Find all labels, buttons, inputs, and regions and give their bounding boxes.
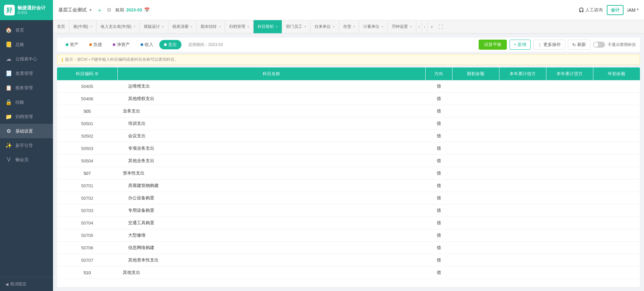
sidebar-item-icon: ⚙ (5, 128, 12, 134)
subtab-label-income: 收入 (145, 42, 153, 48)
app-title: 畅捷通好会计 (17, 5, 46, 11)
subtab-dot-asset (66, 43, 68, 46)
tab-label: 税表清册 (172, 24, 189, 30)
tab-收入支出表(年报)[interactable]: 收入支出表(年报)× (97, 20, 140, 33)
maximize-btn[interactable]: ⛶ (436, 20, 446, 33)
table-row[interactable]: 50502 会议支出 借 (57, 130, 640, 142)
cell-name: 专用设备购置 (117, 204, 425, 217)
tab-close-icon[interactable]: × (353, 25, 355, 29)
table-row[interactable]: 50503 专项业务支出 借 (57, 142, 640, 155)
calendar-icon[interactable]: 📅 (144, 7, 150, 12)
subtab-equity[interactable]: 净资产 (108, 40, 135, 49)
tab-close-icon[interactable]: × (133, 25, 136, 29)
subtab-label-expense: 支出 (168, 42, 177, 48)
tab-存货[interactable]: 存货× (339, 20, 360, 33)
tab-币种设置[interactable]: 币种设置× (388, 20, 416, 33)
table-row[interactable]: 50406 其他维权支出 借 (57, 93, 640, 105)
sidebar-item-畅会员[interactable]: V畅会员 (0, 153, 53, 167)
sidebar-item-云报表中心[interactable]: ☁云报表中心 (0, 52, 53, 66)
sidebar-item-label: 税务管理 (15, 85, 33, 91)
more-btn[interactable]: ⋮ 更多操作 (533, 40, 565, 50)
col-header-year: 年初余额 (593, 67, 640, 80)
subtab-liability[interactable]: 负债 (85, 40, 107, 49)
table-row[interactable]: 50703 专用设备购置 借 (57, 204, 640, 217)
refresh-btn[interactable]: ↻ 刷新 (568, 40, 590, 50)
tab-模版设计[interactable]: 模版设计× (140, 20, 168, 33)
account-btn[interactable]: 会计 (607, 5, 624, 15)
cell-bal (452, 155, 499, 167)
table-row[interactable]: 50405 运维维支出 借 (57, 80, 640, 93)
sidebar-item-总账[interactable]: 📒总账 (0, 37, 53, 52)
table-row[interactable]: 50706 信息网络购建 借 (57, 242, 640, 254)
tab-close-icon[interactable]: × (247, 25, 249, 29)
tab-close-icon[interactable]: × (333, 25, 335, 29)
subtab-income[interactable]: 收入 (136, 40, 158, 49)
subtab-expense[interactable]: 支出 (159, 40, 181, 49)
subtab-asset[interactable]: 资产 (61, 40, 83, 49)
tab-close-icon[interactable]: × (191, 25, 193, 29)
tab-账(中期)[interactable]: 账(中期)× (69, 20, 97, 33)
sidebar-item-基础设置[interactable]: ⚙基础设置 (0, 124, 53, 138)
sidebar-collapse-btn[interactable]: ◀ 取消固定 (0, 277, 53, 291)
tab-close-icon[interactable]: × (162, 25, 164, 29)
tab-税表清册[interactable]: 税表清册× (168, 20, 197, 33)
cell-deb (499, 80, 546, 93)
tab-科目期初[interactable]: 科目期初× (254, 20, 282, 33)
tab-计量单位[interactable]: 计量单位× (359, 20, 388, 33)
gear-icon[interactable]: ⚙ (95, 71, 99, 76)
sidebar-item-税务管理[interactable]: 📋税务管理 (0, 81, 53, 95)
sidebar-item-label: 新手引导 (15, 143, 33, 149)
tab-close-icon[interactable]: × (276, 25, 278, 29)
close-all-tabs-btn[interactable]: × (428, 20, 436, 33)
tab-期末结转[interactable]: 期末结转× (197, 20, 225, 33)
table-row[interactable]: 50705 大型修缮 借 (57, 229, 640, 242)
table-row[interactable]: 50501 培训支出 借 (57, 117, 640, 130)
sidebar-item-icon: 🧾 (5, 70, 12, 77)
cell-deb (499, 130, 546, 142)
tab-首页[interactable]: 首页 (53, 20, 69, 33)
app-subtitle: 标准版 (17, 10, 46, 15)
topbar-right: 🎧 人工咨询 会计 iAM * (579, 5, 639, 15)
table-row[interactable]: 50701 房屋建筑物购建 借 (57, 180, 640, 192)
tab-nav-right[interactable]: › (422, 20, 428, 33)
consult-btn[interactable]: 🎧 人工咨询 (579, 7, 603, 13)
cell-dir: 借 (425, 167, 452, 180)
settings-icon[interactable]: ⚙ (107, 7, 111, 13)
sidebar-item-结账[interactable]: 🔒结账 (0, 95, 53, 109)
tab-往来单位[interactable]: 往来单位× (311, 20, 339, 33)
add-tab-btn[interactable]: ＋ (97, 6, 103, 14)
calc-balance-btn[interactable]: 试算平衡 (479, 40, 507, 50)
cell-dir: 借 (425, 105, 452, 117)
tab-归档管理[interactable]: 归档管理× (225, 20, 254, 33)
sidebar-item-icon: V (5, 157, 12, 163)
tab-close-icon[interactable]: × (381, 25, 383, 29)
sidebar-item-label: 发票管理 (15, 70, 33, 77)
table-scroll[interactable]: 科目编码 ⚙ 科目名称 方向 期初余额 本年累计借方 本年累计贷方 年初余额 5… (57, 67, 640, 287)
sidebar-item-新手引导[interactable]: ✨新手引导 (0, 138, 53, 153)
cell-cre (546, 204, 593, 217)
sidebar-item-归档管理[interactable]: 📁归档管理 (0, 109, 53, 124)
tab-close-icon[interactable]: × (90, 25, 92, 29)
disable-toggle[interactable] (593, 42, 605, 48)
table-row[interactable]: 50707 其他资本性支出 借 (57, 254, 640, 266)
tab-close-icon[interactable]: × (219, 25, 221, 29)
sidebar-item-首页[interactable]: 🏠首页 (0, 23, 53, 37)
tab-nav-left[interactable]: ‹ (416, 20, 422, 33)
table-row[interactable]: 507 资本性支出 借 (57, 167, 640, 180)
table-row[interactable]: 50504 其他业务支出 借 (57, 155, 640, 167)
table-row[interactable]: 505 业务支出 借 (57, 105, 640, 117)
table-row[interactable]: 50702 办公设备购置 借 (57, 192, 640, 204)
cell-cre (546, 242, 593, 254)
more-icon: ⋮ (538, 42, 542, 47)
table-row[interactable]: 50704 交通工具购置 借 (57, 217, 640, 229)
tab-label: 计量单位 (363, 24, 379, 30)
sidebar-item-发票管理[interactable]: 🧾发票管理 (0, 66, 53, 81)
table-row[interactable]: 510 其他支出 借 (57, 266, 640, 279)
project-selector[interactable]: 基层工会测试 ▼ (58, 7, 93, 13)
tab-close-icon[interactable]: × (410, 25, 412, 29)
tab-close-icon[interactable]: × (304, 25, 306, 29)
subtab-label-equity: 净资产 (117, 42, 130, 48)
new-btn[interactable]: + 新增 (509, 40, 531, 50)
tab-部门员工[interactable]: 部门员工× (282, 20, 311, 33)
cell-deb (499, 142, 546, 155)
